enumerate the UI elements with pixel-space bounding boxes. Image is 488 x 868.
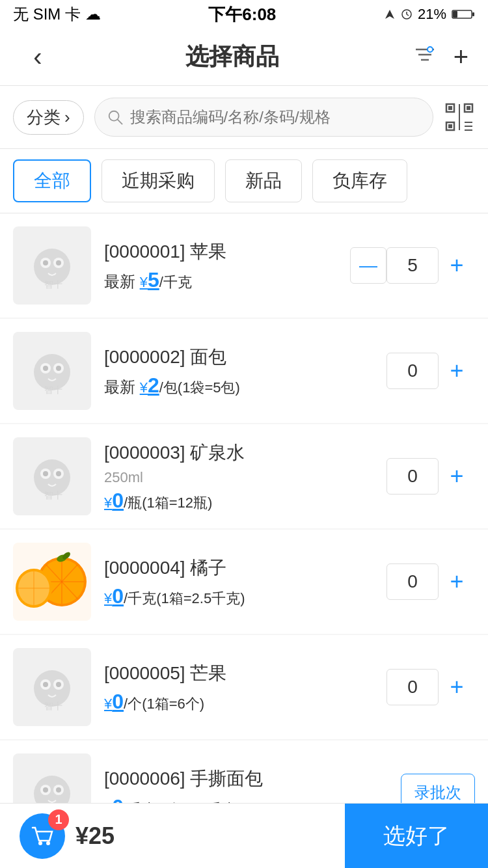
svg-point-58 (56, 682, 61, 687)
product-image (13, 543, 91, 621)
product-price: ¥0/个(1箱=6个) (104, 690, 386, 714)
price-yen: ¥ (140, 379, 148, 396)
quantity-display: 0 (386, 563, 439, 600)
price-unit: /瓶(1箱=12瓶) (124, 495, 212, 511)
product-info: [0000004] 橘子 ¥0/千克(1箱=2.5千克) (104, 556, 386, 608)
increase-button[interactable]: + (439, 353, 475, 389)
list-item: 智十 [0000003] 矿泉水 250ml ¥0/瓶(1箱=12瓶) 0 + (0, 424, 488, 528)
owl-icon: 智十 (26, 450, 78, 502)
price-yen: ¥ (104, 590, 112, 606)
increase-button[interactable]: + (439, 669, 475, 705)
scan-icon (445, 103, 474, 131)
cart-button[interactable]: 1 (20, 813, 65, 859)
product-image: 智十 (13, 648, 91, 726)
nav-bar: ‹ 选择商品 + (0, 29, 488, 86)
product-info: [0000003] 矿泉水 250ml ¥0/瓶(1箱=12瓶) (104, 441, 386, 513)
add-button[interactable]: + (454, 42, 468, 72)
search-box[interactable] (94, 98, 433, 137)
tab-bar: 全部 近期采购 新品 负库存 (0, 149, 488, 213)
nav-left: ‹ (20, 39, 56, 75)
cart-area: 1 ¥25 (0, 813, 345, 859)
product-controls: 0 + (386, 669, 475, 705)
product-image: 智十 (13, 226, 91, 305)
svg-point-33 (43, 366, 48, 371)
price-unit: /千克(1箱=2.5千克) (124, 590, 245, 606)
nav-right: + (409, 40, 468, 74)
price-yen: ¥ (104, 696, 112, 712)
increase-button[interactable]: + (439, 247, 475, 284)
tab-negative[interactable]: 负库存 (312, 159, 407, 202)
svg-rect-6 (472, 12, 474, 16)
svg-point-57 (43, 682, 48, 687)
product-name: [0000006] 手撕面包 (104, 766, 401, 791)
product-controls: 0 + (386, 563, 475, 600)
product-spec: 250ml (104, 469, 386, 486)
list-item: 智十 [0000001] 苹果 最新 ¥5/千克 — 5 + (0, 213, 488, 318)
scan-button[interactable] (444, 102, 475, 133)
product-name: [0000001] 苹果 (104, 239, 350, 264)
product-controls: 0 + (386, 353, 475, 389)
svg-text:智十: 智十 (44, 279, 62, 290)
price-num: 0 (112, 584, 124, 608)
product-name: [0000004] 橘子 (104, 556, 386, 580)
tab-all[interactable]: 全部 (13, 159, 91, 202)
orange-image (13, 543, 91, 621)
increase-button[interactable]: + (439, 458, 475, 495)
filter-button[interactable] (409, 40, 441, 74)
status-right: 21% (384, 6, 475, 23)
back-button[interactable]: ‹ (20, 39, 56, 75)
tab-new[interactable]: 新品 (225, 159, 302, 202)
svg-point-12 (109, 111, 118, 121)
list-item: 智十 [0000002] 面包 最新 ¥2/包(1袋=5包) 0 + (0, 319, 488, 423)
svg-rect-17 (448, 106, 452, 110)
product-price: ¥0/瓶(1箱=12瓶) (104, 489, 386, 513)
product-name: [0000002] 面包 (104, 345, 386, 370)
list-item: 智十 [0000005] 芒果 ¥0/个(1箱=6个) 0 + (0, 635, 488, 739)
search-input[interactable] (130, 108, 421, 126)
svg-point-34 (56, 366, 61, 371)
product-name: [0000003] 矿泉水 (104, 441, 386, 465)
decrease-button[interactable]: — (350, 247, 386, 284)
price-num: 0 (112, 489, 124, 512)
owl-icon: 智十 (26, 661, 78, 713)
product-image: 智十 (13, 332, 91, 410)
price-unit: /包(1袋=5包) (159, 379, 240, 396)
status-bar: 无 SIM 卡 ☁ 下午6:08 21% (0, 0, 488, 29)
svg-point-63 (43, 787, 48, 793)
product-name: [0000005] 芒果 (104, 661, 386, 686)
category-label: 分类 (27, 106, 61, 129)
increase-button[interactable]: + (439, 563, 475, 600)
product-price: 最新 ¥5/千克 (104, 268, 350, 292)
sim-label: 无 SIM 卡 ☁ (13, 4, 101, 25)
svg-point-11 (427, 47, 433, 52)
search-icon (107, 108, 124, 126)
tab-recent[interactable]: 近期采购 (102, 159, 215, 202)
svg-point-39 (43, 471, 48, 476)
price-yen: ¥ (140, 274, 148, 290)
location-icon (384, 8, 396, 20)
price-unit: /个(1箱=6个) (124, 696, 204, 712)
category-button[interactable]: 分类 › (13, 100, 84, 135)
price-latest: 最新 (104, 378, 140, 396)
product-info: [0000005] 芒果 ¥0/个(1箱=6个) (104, 661, 386, 714)
confirm-button[interactable]: 选好了 (345, 804, 488, 869)
product-list: 智十 [0000001] 苹果 最新 ¥5/千克 — 5 + (0, 213, 488, 868)
svg-rect-18 (467, 106, 470, 110)
svg-point-64 (56, 787, 61, 793)
product-info: [0000001] 苹果 最新 ¥5/千克 (104, 239, 350, 292)
svg-point-73 (46, 841, 50, 845)
price-unit: /千克 (159, 274, 192, 290)
owl-icon: 智十 (26, 345, 78, 397)
battery-icon (452, 8, 475, 20)
quantity-display: 0 (386, 669, 439, 705)
product-info: [0000002] 面包 最新 ¥2/包(1袋=5包) (104, 345, 386, 398)
product-controls: 0 + (386, 458, 475, 495)
svg-rect-5 (453, 11, 457, 18)
svg-point-72 (38, 841, 42, 845)
status-time: 下午6:08 (208, 3, 276, 26)
quantity-display: 5 (386, 247, 439, 284)
quantity-display: 0 (386, 458, 439, 495)
filter-bar: 分类 › (0, 86, 488, 149)
svg-marker-0 (385, 10, 394, 19)
price-yen: ¥ (104, 495, 112, 511)
